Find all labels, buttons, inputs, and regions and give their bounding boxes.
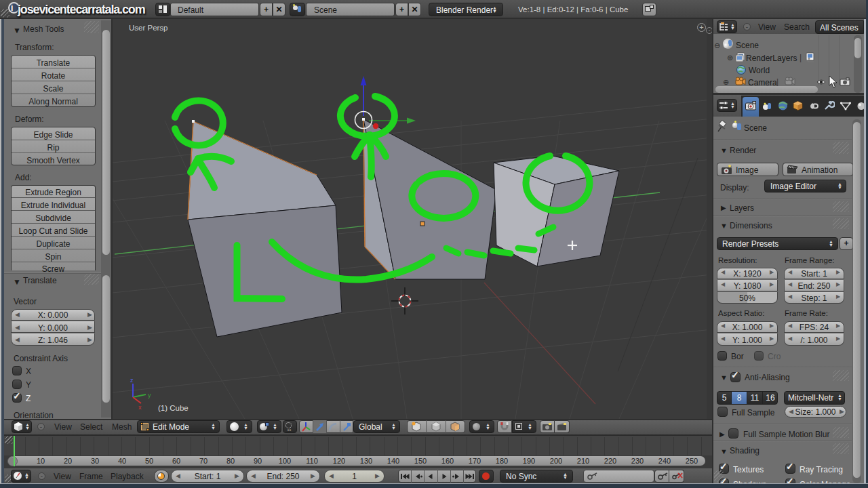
svg-text:x: x [138,404,142,411]
svg-text:y: y [148,392,151,399]
svg-text:z: z [130,377,134,384]
